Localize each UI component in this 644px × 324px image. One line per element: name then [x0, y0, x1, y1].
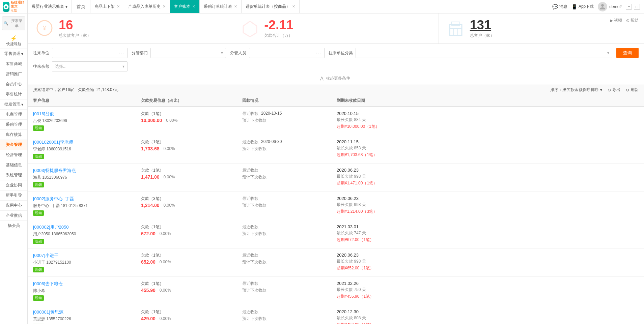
- overdue-link[interactable]: 超期¥455.90（1笔）: [337, 294, 374, 299]
- overdue-cell: 2020.06.23 最长欠款 998 天 超期¥1,214.00（3笔）: [337, 196, 639, 214]
- sidebar-item-member[interactable]: 会员中心: [0, 79, 27, 89]
- last-payment-label: 最近收款: [242, 196, 258, 202]
- quick-nav-item[interactable]: ⚡ 快捷导航: [0, 33, 27, 49]
- tab-products-close[interactable]: ✕: [117, 4, 120, 9]
- sidebar-item-basic-info[interactable]: 基础信息: [0, 160, 27, 170]
- filter-source-unit: 往来单位 ···: [33, 48, 128, 58]
- overdue-link[interactable]: 超期¥1,471.00（1笔）: [337, 181, 377, 185]
- sidebar-item-member-plus[interactable]: 畅会员: [0, 221, 27, 231]
- tab-customer-account[interactable]: 客户账本 ✕: [170, 0, 200, 13]
- overdue-link[interactable]: 超期¥1,703.68（1笔）: [337, 152, 377, 157]
- customer-name[interactable]: [000001]黄思源: [33, 309, 141, 315]
- last-payment-row: 最近收款: [242, 253, 337, 258]
- tab-goods-close[interactable]: ✕: [292, 4, 295, 9]
- overdue-days: 最长欠款 747 天: [337, 230, 639, 236]
- customer-name[interactable]: [000002]用户2050: [33, 224, 141, 230]
- customer-name[interactable]: [0002]服务中心_丁磊: [33, 196, 141, 202]
- search-btn[interactable]: 查询: [616, 48, 639, 58]
- sidebar-item-corp-wechat[interactable]: 企业微信: [0, 211, 27, 221]
- tab-goods-label: 进货单统计表（按商品）: [246, 4, 290, 9]
- department-input[interactable]: ▾: [150, 48, 226, 58]
- customer-name[interactable]: [0007]小进干: [33, 253, 141, 259]
- customer-name[interactable]: [0016]吕俊: [33, 111, 141, 117]
- debt-ratio: 0.00%: [160, 260, 171, 264]
- message-btn[interactable]: 💬 消息: [552, 4, 567, 9]
- debt-info-cell: 欠款（1笔） 672.00 0.00%: [141, 224, 242, 236]
- overdue-date: 2020.10.15: [337, 111, 639, 116]
- customer-info-cell: [000001]黄思源 黄思源 13552700226 现销: [33, 309, 141, 324]
- video-btn[interactable]: ▶ 视频: [610, 18, 622, 23]
- department-chevron: ▾: [221, 51, 223, 55]
- sidebar-item-finance[interactable]: 资金管理: [0, 140, 27, 150]
- source-unit-dots: ···: [119, 51, 124, 55]
- overdue-date: 2020.11.15: [337, 139, 639, 144]
- export-btn[interactable]: ⊙ 导出: [608, 87, 620, 93]
- filter-area: 往来单位 ··· 分管部门 ▾ 分管人员 ···: [28, 44, 644, 85]
- tab-goods-summary[interactable]: 进货单统计表（按商品） ✕: [242, 0, 300, 13]
- maximize-btn[interactable]: □: [634, 4, 640, 10]
- balance-select[interactable]: 选择... ▾: [52, 61, 128, 71]
- filter-row-2: 往来余额 选择... ▾: [33, 61, 639, 71]
- customer-name[interactable]: [0003]畅捷服务尹海燕: [33, 168, 141, 174]
- sidebar-item-inventory[interactable]: 库存核算: [0, 130, 27, 140]
- customer-name[interactable]: [0006]去下粮仓: [33, 281, 141, 287]
- tab-home-label: 首页: [77, 4, 85, 10]
- unit-category-input[interactable]: ▾: [356, 48, 612, 58]
- overdue-link[interactable]: 超期¥652.00（1笔）: [337, 266, 374, 270]
- tab-customer-close[interactable]: ✕: [192, 4, 195, 9]
- debt-row: 455.90 0.00%: [141, 288, 242, 293]
- tab-warehouse-close[interactable]: ✕: [163, 4, 166, 9]
- sidebar-item-wholesale[interactable]: 批发管理 ▾: [0, 99, 27, 110]
- tab-home[interactable]: 首页: [72, 0, 90, 13]
- user-profile[interactable]: demo2: [598, 2, 622, 11]
- tab-purchase-close[interactable]: ✕: [234, 4, 237, 9]
- sidebar-item-corp-collab[interactable]: 企业协同: [0, 180, 27, 190]
- stat-icon-money: ¥: [36, 19, 53, 38]
- tab-products[interactable]: 商品上下架 ✕: [90, 0, 124, 13]
- tab-warehouse-history[interactable]: 产成品入库单历史 ✕: [124, 0, 170, 13]
- customer-name[interactable]: [0001020001]李老师: [33, 139, 141, 145]
- sidebar-item-system[interactable]: 系统管理: [0, 170, 27, 180]
- overdue-link[interactable]: 超期¥429.00（1笔）: [337, 322, 374, 324]
- last-payment-row: 最近收款: [242, 309, 337, 315]
- help-btn[interactable]: ⊙ 帮助: [626, 18, 639, 23]
- last-payment-row: 最近收款: [242, 196, 337, 202]
- sidebar-item-ecommerce[interactable]: 电商管理: [0, 110, 27, 120]
- tab-purchase-summary[interactable]: 采购订单统计表 ✕: [200, 0, 242, 13]
- collapse-row[interactable]: ⋀ 收起更多条件: [33, 75, 639, 83]
- sort-control[interactable]: 排序：按欠款金额倒序排序 ▾: [550, 87, 602, 93]
- header-payback: 回款情况: [242, 98, 337, 104]
- sidebar-item-operations[interactable]: 经营管理: [0, 150, 27, 160]
- refresh-btn[interactable]: ⊙ 刷新: [626, 87, 639, 93]
- payback-cell: 最近收款 预计下次收款: [242, 309, 337, 322]
- search-icon: 🔍: [4, 21, 8, 26]
- sidebar-item-purchase[interactable]: 采购管理: [0, 120, 27, 130]
- debt-count: 欠款（1笔）: [141, 309, 242, 315]
- table-row: [0006]去下粮仓 陈小希 现销 欠款（1笔） 455.90 0.00% 最近…: [28, 277, 644, 305]
- sidebar-item-marketing[interactable]: 营销推广: [0, 69, 27, 79]
- sidebar-item-newbie[interactable]: 新手引导: [0, 190, 27, 201]
- industry-selector[interactable]: 母婴行业演示账套 ▾: [28, 0, 72, 13]
- sidebar-item-retail-mall[interactable]: 零售商城: [0, 59, 27, 69]
- tab-warehouse-label: 产成品入库单历史: [128, 4, 161, 9]
- user-avatar: [598, 2, 607, 11]
- sidebar-search-btn[interactable]: 🔍 搜索菜单: [2, 16, 25, 30]
- sidebar-item-app-center[interactable]: 应用中心: [0, 201, 27, 211]
- debt-count: 欠款（1笔）: [141, 139, 242, 145]
- sidebar-item-retail-stats[interactable]: 零售统计: [0, 89, 27, 99]
- debt-row: 1,471.00 0.00%: [141, 174, 242, 180]
- last-payment-label: 最近收款: [242, 309, 258, 315]
- overdue-link[interactable]: 超期¥1,214.00（3笔）: [337, 209, 377, 214]
- app-download-btn[interactable]: 📱 App下载: [571, 4, 594, 9]
- overdue-link[interactable]: 超期¥10,000.00（1笔）: [337, 124, 380, 129]
- overdue-link[interactable]: 超期¥672.00（1笔）: [337, 237, 374, 242]
- debt-amount: 455.90: [141, 288, 156, 293]
- table-row: [0007]小进干 小进干 18279152100 现销 欠款（1笔） 652.…: [28, 248, 644, 277]
- customer-tag: 现销: [33, 267, 44, 272]
- source-unit-input[interactable]: ···: [52, 48, 128, 58]
- sidebar-retail-mgmt-arrow: ▾: [21, 52, 23, 56]
- sidebar-item-retail-mgmt[interactable]: 零售管理 ▾: [0, 49, 27, 59]
- minimize-btn[interactable]: －: [626, 4, 632, 10]
- manager-input[interactable]: ···: [249, 48, 325, 58]
- customer-tag: 现销: [33, 182, 44, 187]
